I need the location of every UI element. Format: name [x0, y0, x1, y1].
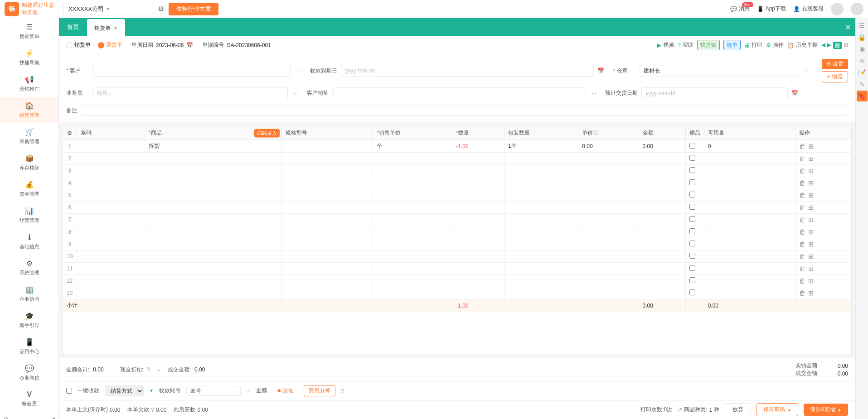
gift-cell[interactable] [685, 275, 704, 287]
unit-cell[interactable] [373, 275, 452, 287]
barcode-cell[interactable] [77, 177, 145, 189]
copy-row-icon[interactable]: ⊞ [808, 277, 814, 284]
payment-method-dropdown-icon[interactable]: ▼ [149, 388, 154, 393]
amount-cell[interactable] [639, 238, 685, 250]
price-cell[interactable] [578, 189, 639, 202]
copy-row-icon[interactable]: ⊞ [808, 192, 814, 199]
amount-cell[interactable] [639, 189, 685, 202]
goods-cell[interactable] [145, 238, 282, 250]
price-cell[interactable] [578, 165, 639, 177]
amount-cell[interactable] [639, 250, 685, 263]
table-view-icon[interactable]: ⊞ [844, 42, 848, 49]
gift-cell[interactable] [685, 226, 704, 238]
copy-row-icon[interactable]: ⊞ [808, 179, 814, 187]
gift-cell[interactable] [685, 263, 704, 275]
goods-cell[interactable] [145, 275, 282, 287]
goods-cell[interactable] [145, 226, 282, 238]
save-draft-button[interactable]: 保存草稿 ▲ [756, 403, 798, 416]
delete-row-icon[interactable]: 🗑 [799, 228, 805, 236]
unit-cell[interactable] [373, 214, 452, 226]
unit-cell[interactable] [373, 238, 452, 250]
gift-cell[interactable] [685, 250, 704, 263]
pkg-qty-cell[interactable] [504, 287, 578, 299]
sidebar-item-business[interactable]: 📊 经营管理 [0, 202, 58, 228]
notes-input[interactable] [81, 106, 848, 116]
salesman-dots[interactable]: ··· [293, 90, 298, 96]
logistics-button[interactable]: + 物流 [822, 71, 848, 82]
online-service-button[interactable]: 👤 在线客服 [793, 5, 824, 13]
price-cell[interactable] [578, 202, 639, 214]
gift-cell[interactable] [685, 214, 704, 226]
delete-row-icon[interactable]: 🗑 [799, 241, 805, 248]
copy-row-icon[interactable]: ⊞ [808, 265, 814, 272]
payment-method-select[interactable]: 结算方式 [105, 385, 144, 396]
price-cell[interactable] [578, 250, 639, 263]
sidebar-item-system[interactable]: ⚙ 系统管理 [0, 255, 58, 281]
sidebar-item-finance[interactable]: 💰 资金管理 [0, 176, 58, 202]
message-button[interactable]: 💬 消息 99+ [730, 5, 750, 13]
payment-date-calendar-icon[interactable]: 📅 [597, 67, 604, 74]
qty-cell[interactable] [452, 177, 504, 189]
settings-button[interactable]: ⚙ 设置 [822, 59, 848, 69]
spec-cell[interactable] [281, 250, 373, 263]
radio-return[interactable]: 退货单 [98, 41, 122, 49]
amount-cell[interactable]: 0.00 [639, 140, 685, 153]
spec-cell[interactable] [281, 214, 373, 226]
copy-row-icon[interactable]: ⊞ [808, 143, 814, 150]
account-input[interactable] [186, 386, 241, 396]
pkg-qty-cell[interactable] [504, 153, 578, 165]
unit-cell[interactable] [373, 250, 452, 263]
view-icon-1[interactable]: ▶ [827, 42, 831, 49]
goods-cell[interactable] [145, 214, 282, 226]
delete-row-icon[interactable]: 🗑 [799, 143, 805, 150]
radio-sale[interactable]: 销货单 [66, 41, 91, 49]
refresh-goods-icon[interactable]: ↺ [678, 407, 682, 413]
spec-cell[interactable] [281, 165, 373, 177]
gift-cell[interactable] [685, 177, 704, 189]
pkg-qty-cell[interactable] [504, 165, 578, 177]
delete-row-icon[interactable]: 🗑 [799, 277, 805, 284]
amount-cell[interactable] [639, 165, 685, 177]
unit-cell[interactable] [373, 202, 452, 214]
goods-cell[interactable] [145, 177, 282, 189]
amount-cell[interactable] [639, 263, 685, 275]
sidebar-item-search[interactable]: ☰ 搜索菜单 [0, 18, 58, 44]
payment-date-input[interactable]: yyyy-mm-dd [341, 65, 593, 77]
account-dots[interactable]: ··· [246, 388, 251, 394]
sidebar-item-basic[interactable]: ℹ 基础信息 [0, 228, 58, 255]
operate-btn[interactable]: ⚙ 操作 [766, 41, 784, 49]
price-cell[interactable] [578, 177, 639, 189]
app-download-button[interactable]: 📱 App下载 [757, 5, 786, 13]
amount-cell[interactable] [639, 214, 685, 226]
grid-view-icon[interactable]: ▦ [833, 42, 842, 49]
barcode-cell[interactable] [77, 287, 145, 299]
price-cell[interactable] [578, 214, 639, 226]
copy-row-icon[interactable]: ⊞ [808, 241, 814, 248]
history-btn[interactable]: 📋 历史单据 [787, 41, 818, 49]
qty-cell[interactable] [452, 287, 504, 299]
qty-cell[interactable] [452, 153, 504, 165]
save-new-button[interactable]: 保存&新增 ▲ [804, 404, 848, 416]
customer-addr-dots[interactable]: ··· [592, 90, 596, 96]
expected-date-calendar-icon[interactable]: 📅 [791, 90, 798, 96]
unit-cell[interactable] [373, 263, 452, 275]
help-btn[interactable]: ? 帮助 [678, 41, 693, 49]
amount-cell[interactable] [639, 153, 685, 165]
delete-row-icon[interactable]: 🗑 [799, 204, 805, 211]
price-cell[interactable]: 0.00 [578, 140, 639, 153]
spec-cell[interactable] [281, 275, 373, 287]
barcode-cell[interactable] [77, 238, 145, 250]
qty-cell[interactable] [452, 263, 504, 275]
spec-cell[interactable] [281, 177, 373, 189]
goods-cell[interactable] [145, 153, 282, 165]
amount-cell[interactable] [639, 202, 685, 214]
unit-cell[interactable]: 个 [373, 140, 452, 153]
sidebar-item-app-center[interactable]: 📱 应用中心 [0, 333, 58, 360]
pkg-qty-cell[interactable] [504, 202, 578, 214]
spec-cell[interactable] [281, 202, 373, 214]
barcode-cell[interactable] [77, 226, 145, 238]
select-btn[interactable]: 选单 [723, 40, 741, 50]
goods-cell[interactable] [145, 189, 282, 202]
add-payment-button[interactable]: ● 添加 [272, 385, 298, 396]
customer-input[interactable] [92, 65, 291, 77]
